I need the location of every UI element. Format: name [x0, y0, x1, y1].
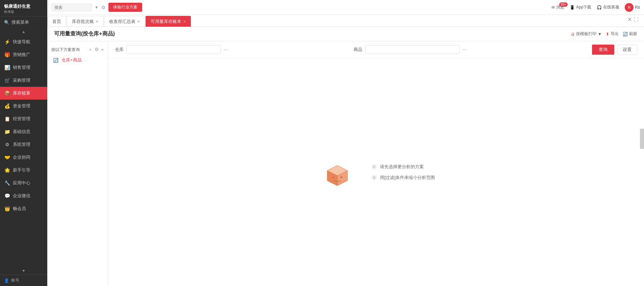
filter-header: 按以下方案查询 ＋ ⚙ «: [47, 45, 108, 55]
export-btn[interactable]: ⬆ 导出: [606, 31, 619, 37]
message-icon: ✉: [551, 5, 555, 10]
nav-icon-enterprise: 🤝: [4, 155, 10, 160]
empty-state: ① 请先选择要分析的方案 ② 用[过滤]条件来缩小分析范围: [108, 58, 644, 286]
sidebar-item-purchase[interactable]: 🛒采购管理: [0, 74, 47, 87]
sidebar-item-marketing[interactable]: 🎁营销推广: [0, 48, 47, 61]
tab-home[interactable]: 首页: [47, 16, 66, 27]
trial-btn[interactable]: 体验行业方案: [108, 3, 142, 12]
user-name: Rit: [635, 5, 640, 10]
collapse-filter-icon[interactable]: «: [101, 47, 104, 53]
tab-close-receipt-summary[interactable]: ×: [137, 19, 140, 24]
left-panel: 按以下方案查询 ＋ ⚙ « 🔄 仓库+商品: [47, 41, 108, 286]
tab-receipt-summary[interactable]: 收发存汇总表×: [104, 16, 145, 27]
tab-close-batch-ledger[interactable]: ×: [96, 19, 98, 24]
print-btn[interactable]: 🖨 按模板打印 ▼: [571, 31, 602, 37]
nav-label-quick-nav: 快捷导航: [13, 39, 30, 45]
service-label: 在线客服: [603, 4, 619, 10]
sidebar-item-sales[interactable]: 📊销售管理: [0, 61, 47, 74]
print-dropdown-icon[interactable]: ▼: [598, 32, 602, 36]
filter-item-warehouse-goods[interactable]: 🔄 仓库+商品: [47, 55, 108, 66]
sidebar-nav: ⚡快捷导航🎁营销推广📊销售管理🛒采购管理📦库存核算💰资金管理📋经营管理📁基础信息…: [0, 35, 47, 267]
tip-num-1: ①: [371, 164, 377, 170]
sidebar-header: 畅康通好生意 标准版: [0, 0, 47, 17]
filter-item-icon: 🔄: [53, 58, 59, 63]
nav-icon-purchase: 🛒: [4, 78, 10, 83]
search-dropdown-icon[interactable]: ▼: [95, 5, 99, 10]
filter-header-title: 按以下方案查询: [51, 47, 80, 53]
close-tab-btn[interactable]: ✕: [627, 16, 632, 23]
warehouse-more-icon[interactable]: ···: [224, 47, 228, 53]
filter-icons: ＋ ⚙ «: [88, 47, 104, 53]
nav-label-enterprise: 企业协同: [13, 154, 30, 160]
message-badge: 99+: [559, 2, 568, 7]
sidebar-bottom[interactable]: 👤 账号: [0, 275, 47, 286]
tab-label-available-ledger: 可用量库存账本: [151, 19, 181, 25]
nav-label-sales: 销售管理: [13, 64, 30, 71]
nav-icon-system: ⚙: [4, 142, 10, 147]
settings-icon[interactable]: ⚙: [101, 5, 106, 10]
user-menu-btn[interactable]: R Rit: [625, 3, 640, 12]
sidebar-item-finance[interactable]: 💰资金管理: [0, 100, 47, 112]
refresh-label: 刷新: [629, 31, 637, 37]
nav-label-inventory: 库存核算: [13, 90, 30, 96]
goods-label: 商品: [354, 47, 362, 53]
tab-bar: 首页库存批次账×收发存汇总表×可用量库存账本× ✕ ⛶: [47, 15, 644, 27]
nav-label-finance: 资金管理: [13, 103, 30, 109]
nav-label-newbie: 新手引导: [13, 167, 30, 173]
sidebar-item-system[interactable]: ⚙系统管理: [0, 138, 47, 151]
filter-row: 仓库 ··· 商品 ··· 查询 设置: [108, 41, 644, 58]
sidebar-item-newbie[interactable]: 🌟新手引导: [0, 164, 47, 177]
add-filter-icon[interactable]: ＋: [88, 47, 93, 53]
avatar: R: [625, 3, 634, 12]
app-download-btn[interactable]: 📱 App下载: [570, 4, 591, 10]
svg-point-5: [340, 176, 342, 178]
goods-input[interactable]: [365, 45, 460, 54]
warehouse-filter-group: 仓库 ···: [115, 45, 347, 54]
topbar: ▼ ⚙ 体验行业方案 ✉ 消息 99+ 📱 App下载 🎧 在线客服 R Rit: [47, 0, 644, 15]
sidebar-scroll-up[interactable]: ▲: [0, 28, 47, 35]
expand-btn[interactable]: ⛶: [634, 17, 639, 22]
sidebar-item-enterprise[interactable]: 🤝企业协同: [0, 151, 47, 164]
user-icon: 👤: [4, 278, 9, 283]
search-menu[interactable]: 🔍 搜索菜单: [0, 17, 47, 28]
sidebar-item-quick-nav[interactable]: ⚡快捷导航: [0, 35, 47, 48]
topbar-search-input[interactable]: [51, 4, 92, 11]
sidebar-item-basic[interactable]: 📁基础信息: [0, 125, 47, 138]
sidebar-item-inventory[interactable]: 📦库存核算: [0, 87, 47, 100]
nav-label-marketing: 营销推广: [13, 52, 30, 58]
sidebar-item-operation[interactable]: 📋经营管理: [0, 112, 47, 125]
sidebar-scroll-down[interactable]: ▼: [0, 267, 47, 275]
message-btn[interactable]: ✉ 消息 99+: [551, 4, 564, 10]
warehouse-input[interactable]: [126, 45, 221, 54]
sidebar-item-app-center[interactable]: 🔧应用中心: [0, 177, 47, 189]
sidebar-item-wechat[interactable]: 💬企业微信: [0, 189, 47, 202]
query-btn[interactable]: 查询: [592, 45, 614, 55]
nav-icon-inventory: 📦: [4, 90, 10, 96]
nav-icon-basic: 📁: [4, 129, 10, 134]
side-scroll-indicator[interactable]: [640, 129, 644, 149]
tip-text-2: 用[过滤]条件来缩小分析范围: [380, 175, 435, 181]
filter-item-label: 仓库+商品: [61, 57, 82, 63]
nav-icon-marketing: 🎁: [4, 52, 10, 57]
empty-box-icon: [320, 155, 354, 189]
nav-label-wechat: 企业微信: [13, 193, 30, 199]
config-filter-icon[interactable]: ⚙: [95, 47, 99, 53]
empty-illustration: [317, 152, 358, 192]
sidebar-item-member[interactable]: 👑畅会员: [0, 202, 47, 215]
goods-more-icon[interactable]: ···: [462, 47, 467, 53]
settings-form-btn[interactable]: 设置: [617, 45, 637, 55]
tip-num-2: ②: [371, 175, 377, 181]
nav-label-app-center: 应用中心: [13, 180, 30, 186]
nav-icon-wechat: 💬: [4, 193, 10, 199]
online-service-btn[interactable]: 🎧 在线客服: [597, 4, 619, 10]
tab-label-batch-ledger: 库存批次账: [72, 19, 94, 25]
print-label: 按模板打印: [576, 31, 596, 37]
tab-batch-ledger[interactable]: 库存批次账×: [67, 16, 103, 27]
refresh-icon: 🔄: [623, 32, 628, 36]
tab-available-ledger[interactable]: 可用量库存账本×: [146, 16, 191, 27]
empty-tips: ① 请先选择要分析的方案 ② 用[过滤]条件来缩小分析范围: [371, 164, 435, 181]
tab-label-home: 首页: [52, 19, 61, 25]
brand-version: 标准版: [4, 9, 43, 14]
refresh-btn[interactable]: 🔄 刷新: [623, 31, 637, 37]
tab-close-available-ledger[interactable]: ×: [183, 19, 186, 24]
